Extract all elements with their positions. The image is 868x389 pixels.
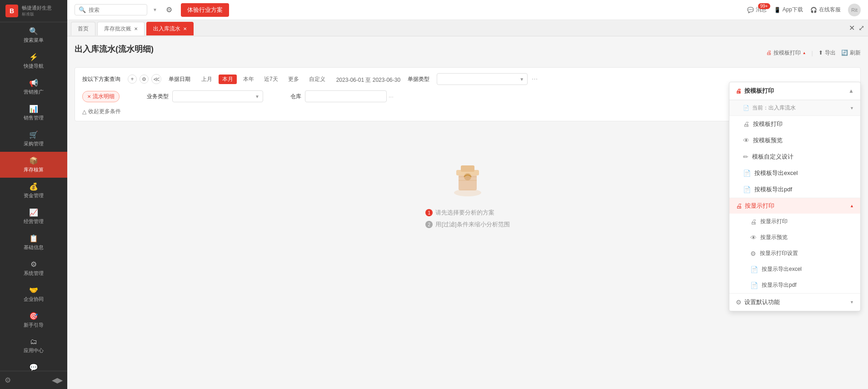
page-content-area: 出入库流水(流水明细) 🖨 按模板打印 ▲ | ⬆ 导出 🔄 刷新 bbox=[67, 36, 868, 389]
tab-inout-flow-close[interactable]: ✕ bbox=[183, 26, 187, 31]
sidebar-item-guide[interactable]: 🎯 新手引导 bbox=[0, 307, 67, 333]
sidebar-item-system[interactable]: ⚙ 系统管理 bbox=[0, 255, 67, 281]
dp-item-template-customize[interactable]: ✏ 模板自定义设计 bbox=[729, 149, 860, 165]
display-section-label: 按显示打印 bbox=[745, 202, 774, 210]
online-service-button[interactable]: 🎧 在线客服 bbox=[810, 6, 841, 14]
template-print-button[interactable]: 🖨 按模板打印 ▲ bbox=[766, 49, 806, 57]
collapse-sidebar-icon[interactable]: ◀▶ bbox=[52, 376, 63, 384]
sidebar-label-purchase: 采购管理 bbox=[24, 140, 44, 147]
date-option-this-year[interactable]: 本年 bbox=[239, 75, 258, 84]
hint-2-number: 2 bbox=[425, 221, 433, 228]
dp-display-preview-label: 按显示预览 bbox=[760, 234, 788, 241]
search-header-input[interactable] bbox=[89, 7, 134, 13]
search-icon: 🔍 bbox=[29, 27, 38, 35]
dp-footer-label: 设置默认功能 bbox=[744, 298, 780, 306]
dp-item-display-export-excel[interactable]: 📄 按显示导出excel bbox=[729, 261, 860, 277]
tab-inventory-batch-close[interactable]: ✕ bbox=[134, 26, 138, 31]
header-settings-button[interactable]: ⚙ bbox=[163, 4, 175, 16]
flow-detail-tag[interactable]: ✕ 流水明细 bbox=[82, 91, 120, 102]
tab-maximize-icon[interactable]: ⤢ bbox=[858, 24, 864, 32]
tab-close-all-icon[interactable]: ✕ bbox=[849, 24, 855, 32]
filter-section-label: 按以下方案查询 bbox=[82, 75, 120, 83]
display-section[interactable]: 🖨 按显示打印 ▲ bbox=[729, 198, 860, 214]
dp-item-display-export-pdf[interactable]: 📄 按显示导出pdf bbox=[729, 277, 860, 293]
date-options: 上月 本月 本年 近7天 更多 自定义 bbox=[198, 75, 329, 84]
dp-item-template-print[interactable]: 🖨 按模板打印 bbox=[729, 116, 860, 132]
sidebar-item-basic[interactable]: 📋 基础信息 bbox=[0, 229, 67, 255]
message-button[interactable]: 💬 消息 99+ bbox=[747, 6, 767, 14]
date-option-last-month[interactable]: 上月 bbox=[198, 75, 216, 84]
hint-1-number: 1 bbox=[425, 209, 433, 216]
dropdown-collapse-icon[interactable]: ▲ bbox=[848, 88, 854, 94]
refresh-icon: 🔄 bbox=[841, 50, 848, 56]
header-chevron-down-icon[interactable]: ▼ bbox=[153, 7, 157, 12]
dp-footer-chevron: ▼ bbox=[850, 300, 854, 304]
sidebar-item-sales[interactable]: 📊 销售管理 bbox=[0, 100, 67, 126]
svg-rect-3 bbox=[461, 165, 474, 172]
date-option-custom[interactable]: 自定义 bbox=[305, 75, 329, 84]
sidebar-item-finance[interactable]: 💰 资金管理 bbox=[0, 178, 67, 204]
sidebar-item-appcenter[interactable]: 🗂 应用中心 bbox=[0, 333, 67, 359]
dp-template-export-excel-label: 按模板导出excel bbox=[754, 169, 798, 177]
warehouse-input[interactable] bbox=[305, 90, 387, 102]
filter-settings-icon[interactable]: ⚙ bbox=[140, 75, 149, 84]
sidebar-item-purchase[interactable]: 🛒 采购管理 bbox=[0, 126, 67, 152]
page-title: 出入库流水(流水明细) bbox=[75, 44, 154, 55]
tab-inout-flow[interactable]: 出入库流水 ✕ bbox=[146, 22, 194, 35]
filter-collapse-icon[interactable]: ≪ bbox=[151, 74, 161, 84]
sidebar-item-operations[interactable]: 📈 经营管理 bbox=[0, 204, 67, 229]
dropdown-footer[interactable]: ⚙ 设置默认功能 ▼ bbox=[729, 293, 860, 311]
date-option-this-month[interactable]: 本月 bbox=[219, 75, 237, 84]
export-button[interactable]: ⬆ 导出 bbox=[818, 49, 836, 57]
app-download-button[interactable]: 📱 App下载 bbox=[774, 6, 803, 14]
app-name: 畅捷通好生意 bbox=[22, 5, 52, 11]
dropdown-panel: 🖨 按模板打印 ▲ 📄 当前：出入库流水 ▼ 🖨 按模板打印 👁 按模板预览 bbox=[729, 82, 861, 311]
dp-item-template-export-excel[interactable]: 📄 按模板导出excel bbox=[729, 165, 860, 181]
main-content: 🔍 ▼ ⚙ 体验行业方案 💬 消息 99+ 📱 App下载 🎧 在线客服 Rit bbox=[67, 0, 868, 389]
dropdown-title: 🖨 按模板打印 bbox=[736, 87, 774, 95]
business-type-select[interactable] bbox=[172, 90, 263, 102]
user-avatar[interactable]: Rit bbox=[848, 4, 861, 16]
hint-1-text: 请先选择要分析的方案 bbox=[435, 209, 494, 217]
add-filter-button[interactable]: + bbox=[128, 75, 137, 84]
tag-close-icon[interactable]: ✕ bbox=[87, 94, 91, 99]
dp-item-template-export-pdf[interactable]: 📄 按模板导出pdf bbox=[729, 181, 860, 198]
sidebar-label-operations: 经营管理 bbox=[24, 218, 44, 225]
user-search-box[interactable]: 🔍 bbox=[75, 4, 147, 15]
sidebar-item-quick-nav[interactable]: ⚡ 快捷导航 bbox=[0, 48, 67, 74]
sidebar-item-enterprise[interactable]: 🤝 企业协同 bbox=[0, 281, 67, 307]
empty-hints-list: 1 请先选择要分析的方案 2 用[过滤]条件来缩小分析范围 bbox=[425, 209, 509, 232]
sidebar-item-wechat[interactable]: 💬 企业微信 bbox=[0, 359, 67, 371]
doc-type-select[interactable] bbox=[437, 73, 528, 85]
doc-type-more-icon[interactable]: ··· bbox=[532, 75, 538, 83]
sidebar-label-inventory: 库存核算 bbox=[24, 166, 44, 173]
tag-label: 流水明细 bbox=[93, 93, 115, 100]
sidebar-item-inventory[interactable]: 📦 库存核算 bbox=[0, 152, 67, 178]
top-right-area: 💬 消息 99+ 📱 App下载 🎧 在线客服 Rit bbox=[747, 4, 861, 16]
tabs-bar: 首页 库存批次账 ✕ 出入库流水 ✕ ✕ ⤢ bbox=[67, 20, 868, 36]
quick-nav-icon: ⚡ bbox=[29, 53, 38, 61]
tab-home[interactable]: 首页 bbox=[71, 22, 95, 35]
dp-display-print-label: 按显示打印 bbox=[760, 218, 788, 225]
dp-preview-icon-1: 👁 bbox=[743, 137, 749, 144]
industry-btn[interactable]: 体验行业方案 bbox=[181, 3, 229, 17]
sidebar-item-marketing[interactable]: 📢 营销推广 bbox=[0, 74, 67, 100]
sidebar-item-search[interactable]: 🔍 搜索菜单 bbox=[0, 22, 67, 48]
dp-item-template-preview[interactable]: 👁 按模板预览 bbox=[729, 132, 860, 149]
refresh-button[interactable]: 🔄 刷新 bbox=[841, 49, 861, 57]
warehouse-label: 仓库 bbox=[290, 93, 301, 100]
dp-item-display-print[interactable]: 🖨 按显示打印 bbox=[729, 214, 860, 229]
date-option-7days[interactable]: 近7天 bbox=[260, 75, 282, 84]
tab-inventory-batch[interactable]: 库存批次账 ✕ bbox=[97, 22, 145, 35]
sidebar-label-search: 搜索菜单 bbox=[24, 37, 44, 44]
settings-bottom-icon[interactable]: ⚙ bbox=[5, 376, 11, 384]
dp-item-display-print-settings[interactable]: ⚙ 按显示打印设置 bbox=[729, 245, 860, 261]
current-template-section[interactable]: 📄 当前：出入库流水 ▼ bbox=[729, 100, 860, 116]
doc-type-select-wrapper: ▼ ··· bbox=[437, 73, 528, 85]
dp-item-display-preview[interactable]: 👁 按显示预览 bbox=[729, 229, 860, 245]
date-option-more[interactable]: 更多 bbox=[284, 75, 303, 84]
template-print-chevron: ▲ bbox=[803, 51, 806, 55]
warehouse-more-icon[interactable]: ··· bbox=[389, 93, 394, 100]
dp-export-pdf-icon-1: 📄 bbox=[743, 186, 751, 193]
dp-footer-icon: ⚙ bbox=[736, 299, 742, 306]
